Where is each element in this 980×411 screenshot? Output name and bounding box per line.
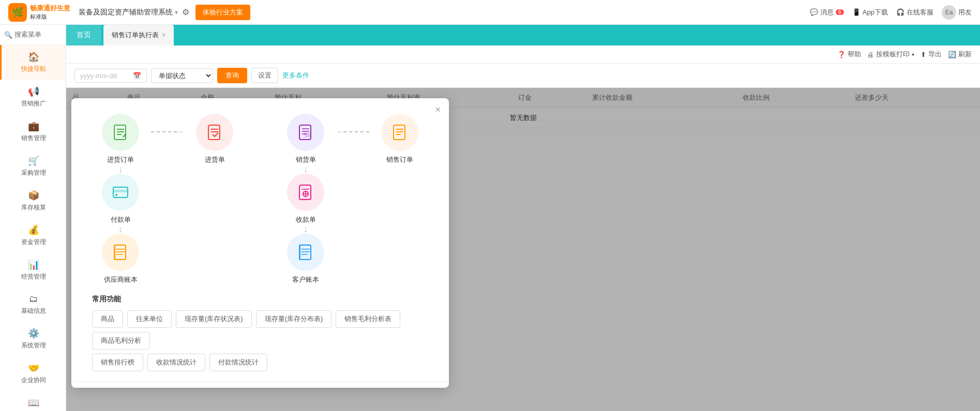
sidebar-item-marketing[interactable]: 📢 营销推广 — [0, 80, 66, 114]
set-button[interactable]: 设置 — [251, 68, 278, 83]
search-button[interactable]: 查询 — [217, 68, 247, 83]
content-toolbar: ❓ 帮助 🖨 按模板打印 ▾ ⬆ 导出 🔄 — [66, 45, 980, 64]
message-button[interactable]: 💬 消息 6 — [810, 8, 844, 17]
sidebar-item-finance[interactable]: 💰 资金管理 — [0, 218, 66, 253]
btn-sales-rank[interactable]: 销售排行榜 — [92, 354, 143, 371]
sidebar-item-enterprise[interactable]: 🤝 企业协同 — [0, 356, 66, 391]
trial-button[interactable]: 体验行业方案 — [195, 5, 250, 20]
btn-product[interactable]: 商品 — [92, 310, 123, 328]
purchase-icon — [196, 114, 233, 151]
print-arrow-icon: ▾ — [912, 52, 914, 57]
sidebar-label-system: 系统管理 — [21, 341, 46, 350]
purchase-order-icon — [102, 114, 139, 151]
payment-icon — [102, 174, 139, 211]
main-area: 🔍 搜索菜单 🏠 快捷导航 📢 营销推广 💼 销售管理 🛒 采购管理 📦 — [0, 25, 980, 411]
top-right-actions: 💬 消息 6 📱 App下载 🎧 在线客服 Ea 用友 — [810, 5, 972, 20]
modal-scrollbar: ◀ ▶ — [71, 382, 449, 388]
sidebar-item-basic-info[interactable]: 🗂 基础信息 — [0, 287, 66, 322]
flow-node-sale[interactable]: 销货单 — [277, 114, 334, 164]
sidebar-label-inventory: 库存核算 — [21, 203, 46, 212]
print-icon: 🖨 — [867, 51, 874, 58]
flow-node-supplier-ledger[interactable]: 供应商账本 — [92, 234, 149, 284]
sale-icon — [287, 114, 324, 151]
marketing-icon: 📢 — [28, 86, 39, 97]
scroll-left-icon[interactable]: ◀ — [92, 386, 98, 388]
svg-rect-11 — [114, 245, 116, 260]
svg-rect-20 — [299, 185, 311, 200]
search-icon: 🔍 — [4, 31, 12, 39]
receipt-icon — [287, 174, 324, 211]
tabs-bar: 首页 销售订单执行表 × — [66, 25, 980, 45]
btn-product-profit[interactable]: 商品毛利分析 — [92, 332, 150, 349]
common-functions-title: 常用功能 — [92, 295, 428, 304]
logo-main: 畅康通好生意 — [30, 4, 70, 13]
tab-close-icon[interactable]: × — [162, 32, 165, 39]
calendar-icon: 📅 — [133, 72, 141, 80]
logo-sub: 标准版 — [30, 13, 70, 20]
btn-partner[interactable]: 往来单位 — [127, 310, 172, 328]
sidebar-item-guide[interactable]: 📖 新手引导 — [0, 391, 66, 411]
logo-icon: 🌿 — [8, 3, 27, 22]
status-filter[interactable]: 单据状态 — [151, 68, 213, 83]
flow-node-payment[interactable]: 付款单 — [92, 174, 149, 224]
download-icon: 📱 — [852, 8, 861, 16]
app-download-button[interactable]: 📱 App下载 — [852, 8, 888, 17]
btn-sales-profit[interactable]: 销售毛利分析表 — [336, 310, 400, 328]
basic-info-icon: 🗂 — [29, 294, 38, 305]
finance-icon: 💰 — [28, 224, 39, 236]
sidebar-label-sales: 销售管理 — [21, 134, 46, 143]
export-button[interactable]: ⬆ 导出 — [921, 50, 942, 59]
btn-inventory-dist[interactable]: 现存量(库存分布表) — [256, 310, 332, 328]
receipt-label: 收款单 — [296, 215, 316, 224]
online-service-button[interactable]: 🎧 在线客服 — [896, 8, 933, 17]
template-print-label: 按模板打印 — [876, 50, 910, 59]
svg-rect-29 — [299, 245, 301, 260]
flow-node-customer-ledger[interactable]: 客户账本 — [277, 234, 334, 284]
refresh-button[interactable]: 🔄 刷新 — [948, 50, 972, 59]
tab-sales-order[interactable]: 销售订单执行表 × — [103, 25, 174, 45]
logo-area: 🌿 畅康通好生意 标准版 — [8, 3, 74, 22]
more-conditions-link[interactable]: 更多条件 — [282, 71, 309, 80]
sidebar-label-marketing: 营销推广 — [21, 99, 46, 108]
quick-nav-modal: × — [71, 98, 449, 388]
system-title: 装备及固定资产辅助管理系统 — [79, 8, 173, 17]
sidebar-item-system[interactable]: ⚙️ 系统管理 — [0, 322, 66, 356]
scroll-right-icon[interactable]: ▶ — [423, 386, 428, 388]
btn-inventory-status[interactable]: 现存量(库存状况表) — [176, 310, 252, 328]
purchase-label: 进货单 — [205, 155, 225, 164]
flow-node-receipt[interactable]: 收款单 — [277, 174, 334, 224]
svg-rect-15 — [299, 125, 311, 140]
sidebar-item-operations[interactable]: 📊 经营管理 — [0, 253, 66, 287]
svg-rect-7 — [114, 245, 126, 260]
modal-close-button[interactable]: × — [435, 104, 441, 115]
help-button[interactable]: ❓ 帮助 — [837, 50, 861, 59]
flow-node-sale-order[interactable]: 销售订单 — [371, 114, 428, 164]
search-menu-button[interactable]: 🔍 搜索菜单 — [0, 25, 66, 45]
date-placeholder: yyyy-mm-dd — [80, 72, 117, 80]
app-wrapper: 🌿 畅康通好生意 标准版 装备及固定资产辅助管理系统 ▾ ⚙ 体验行业方案 💬 … — [0, 0, 980, 411]
sidebar-item-purchase[interactable]: 🛒 采购管理 — [0, 149, 66, 184]
template-print-button[interactable]: 🖨 按模板打印 ▾ — [867, 50, 914, 59]
user-area[interactable]: Ea 用友 — [942, 5, 972, 20]
user-name: 用友 — [958, 8, 972, 17]
sidebar-item-inventory[interactable]: 📦 库存核算 — [0, 184, 66, 218]
supplier-ledger-icon — [102, 234, 139, 271]
flow-section: 进货订单 ↓ — [71, 98, 449, 295]
sidebar-label-purchase: 采购管理 — [21, 169, 46, 177]
purchase-order-label: 进货订单 — [107, 155, 134, 164]
date-from-input[interactable]: yyyy-mm-dd 📅 — [74, 69, 147, 83]
purchase-icon: 🛒 — [28, 155, 39, 166]
flow-node-purchase[interactable]: 进货单 — [186, 114, 243, 164]
sidebar-item-quick-nav[interactable]: 🏠 快捷导航 — [0, 45, 66, 80]
payment-label: 付款单 — [111, 215, 131, 224]
svg-rect-19 — [305, 133, 311, 137]
settings-icon[interactable]: ⚙ — [182, 7, 189, 17]
online-service-label: 在线客服 — [907, 8, 933, 17]
sale-order-icon — [381, 114, 418, 151]
refresh-label: 刷新 — [958, 50, 972, 59]
btn-receipt-stats[interactable]: 收款情况统计 — [147, 354, 205, 371]
sidebar-item-sales[interactable]: 💼 销售管理 — [0, 114, 66, 149]
btn-payment-stats[interactable]: 付款情况统计 — [209, 354, 267, 371]
flow-node-purchase-order[interactable]: 进货订单 — [92, 114, 149, 164]
tab-home[interactable]: 首页 — [66, 25, 101, 45]
